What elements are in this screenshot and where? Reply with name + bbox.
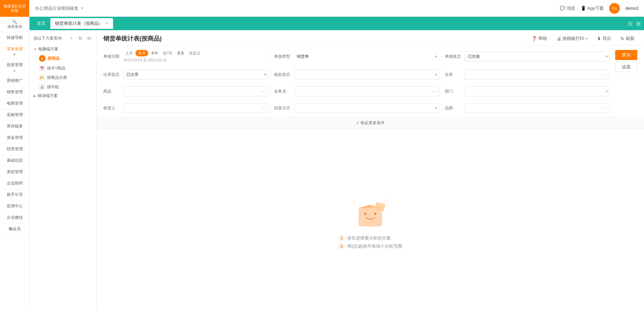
quick-nav-label: 快捷导航	[7, 35, 23, 41]
department-select[interactable]	[465, 86, 610, 96]
query-button[interactable]: 查询	[615, 50, 637, 60]
sidebar-item-procurement[interactable]: 采购管理	[0, 109, 29, 121]
filter-row-3: 商品 ··· 业务员	[103, 86, 610, 96]
divider-8	[442, 103, 442, 113]
search-icon: 🔍	[12, 19, 17, 24]
tab-home[interactable]: 首页	[32, 18, 50, 29]
empty-text-item-1: 1 请先选择要分析的方案	[338, 235, 402, 241]
settlement-label: 结算方式	[274, 105, 294, 111]
refresh-button[interactable]: ↻ 刷新	[618, 34, 637, 43]
marketing-label: 营销推广	[7, 78, 23, 84]
tree-group-mobile: ▶ 移动端方案	[30, 92, 96, 100]
filter-panel-header: 按以下方案查询 ＋ ⚙ ≪	[30, 33, 96, 44]
stock-status-select[interactable]: 已出库	[123, 69, 268, 80]
tree-item-by-month-product[interactable]: 📅 按月+商品	[35, 63, 96, 73]
tree-group-desktop-label[interactable]: ▼ 电脑端方案	[30, 45, 96, 53]
empty-number-2: 2	[338, 243, 344, 249]
warehouse-select[interactable]	[465, 69, 610, 80]
product-input[interactable]	[123, 86, 268, 96]
tree-item-by-product[interactable]: ● 按商品	[35, 53, 96, 63]
tree-item-by-category[interactable]: 📂 按商品分类	[35, 73, 96, 82]
app-logo[interactable]: 畅捷通好生意 标版	[0, 0, 29, 17]
tree-group-mobile-label[interactable]: ▶ 移动端方案	[30, 92, 96, 100]
tree-item-by-driver-icon: 🖨	[39, 84, 45, 90]
payment-status-label: 收款状态	[274, 72, 294, 78]
user-avatar[interactable]: Ea	[609, 3, 620, 14]
collapse-bar[interactable]: ∧ 收起更多条件	[97, 117, 644, 129]
date-tab-this-month[interactable]: 本月	[136, 50, 148, 56]
settings-button[interactable]: 设置	[615, 62, 637, 72]
help-icon: ❓	[531, 36, 537, 41]
filter-panel-collapse-icon[interactable]: ≪	[86, 35, 92, 42]
sidebar-item-app-center[interactable]: 应用中心	[0, 201, 29, 212]
tab-maximize-icon[interactable]: ⊞	[636, 20, 641, 28]
app-logo-text: 畅捷通好生意 标版	[4, 4, 26, 13]
sidebar-item-wechat[interactable]: 企业微信	[0, 212, 29, 223]
date-tab-more[interactable]: 更多	[175, 50, 186, 56]
tab-sales-stats[interactable]: 销货单统计表（按商品） ✕	[50, 18, 113, 29]
tree-item-by-driver[interactable]: 🖨 按司机	[35, 82, 96, 92]
recipient-input[interactable]	[123, 103, 268, 113]
stock-status-control: 已出库 ▾	[123, 69, 268, 80]
warehouse-control: ···	[465, 69, 610, 80]
download-icon: 📱	[581, 6, 586, 11]
date-tab-7days[interactable]: 近7天	[161, 50, 174, 56]
filter-row-1: 单据日期 上月 本月 本年 近7天 更多	[103, 50, 610, 63]
date-tab-last-month[interactable]: 上月	[123, 50, 135, 56]
sidebar-item-ecommerce[interactable]: 电商管理	[0, 98, 29, 109]
empty-hint-1: 请先选择要分析的方案	[347, 235, 391, 241]
sidebar-item-marketing[interactable]: 营销推广	[0, 75, 29, 87]
tab-sales-stats-label: 销货单统计表（按商品）	[55, 20, 103, 27]
sidebar-search[interactable]: 🔍 搜索菜单	[0, 17, 29, 32]
sidebar-item-newbie[interactable]: 新手引导	[0, 189, 29, 201]
retail-label: 零售管理	[7, 46, 23, 52]
template-print-dropdown-icon[interactable]: ▾	[586, 37, 588, 41]
main-area: 销货单统计表(按商品) ❓ 帮助 🖨 按模板打印 ▾ ⬇ 导出	[97, 30, 644, 310]
tree-group-desktop-text: 电脑端方案	[38, 46, 58, 52]
breadcrumb-dropdown-icon[interactable]: ▾	[81, 6, 83, 10]
salesperson-input[interactable]	[294, 86, 439, 96]
stock-status-value: 已出库	[126, 72, 139, 78]
filter-row-4: 收货人 ··· 结算方式	[103, 103, 610, 113]
sidebar-item-operations[interactable]: 经营管理	[0, 144, 29, 155]
brand-input[interactable]	[465, 103, 610, 113]
tab-close-icon[interactable]: ✕	[105, 21, 108, 25]
sidebar-item-retail[interactable]: 零售管理 ▼	[0, 44, 29, 59]
message-button[interactable]: 💬 消息	[560, 5, 575, 11]
tree-item-by-month-product-label: 按月+商品	[47, 65, 65, 71]
sidebar-item-inventory[interactable]: 库存核算	[0, 121, 29, 132]
doc-type-input[interactable]	[294, 51, 439, 61]
date-range-text: 2023-03-01 至 2023-03-31	[123, 58, 268, 63]
payment-status-select[interactable]	[294, 69, 439, 80]
date-tab-this-year[interactable]: 本年	[149, 50, 160, 56]
empty-hint-2: 用[过滤]条件来缩小分析范围	[347, 243, 402, 249]
sidebar-item-wholesale[interactable]: 批发管理 ▲	[0, 59, 29, 75]
recipient-control: ···	[123, 103, 268, 113]
app-download-button[interactable]: 📱 App下载	[581, 5, 604, 11]
filter-field-salesperson: 业务员 ···	[274, 86, 439, 96]
tree-item-by-category-label: 按商品分类	[47, 75, 67, 81]
stock-status-label: 出库状态	[103, 72, 123, 78]
date-tab-custom[interactable]: 自定义	[187, 50, 202, 56]
sidebar-item-member[interactable]: 畅会员	[0, 223, 29, 235]
sidebar-item-finance[interactable]: 资金管理	[0, 132, 29, 144]
export-button[interactable]: ⬇ 导出	[594, 34, 614, 43]
sidebar-item-basic[interactable]: 基础信息	[0, 155, 29, 166]
settlement-select[interactable]	[294, 103, 439, 113]
collapse-label: ∧ 收起更多条件	[356, 120, 384, 125]
tree-group-desktop: ▼ 电脑端方案 ● 按商品 📅 按月+商品 📂	[30, 45, 96, 92]
help-button[interactable]: ❓ 帮助	[529, 34, 550, 43]
tree-item-by-driver-label: 按司机	[47, 84, 59, 90]
divider-3	[271, 69, 271, 80]
sidebar-item-sales[interactable]: 销售管理	[0, 87, 29, 98]
template-print-button[interactable]: 🖨 按模板打印 ▾	[554, 34, 590, 43]
tree-item-by-product-icon: ●	[39, 55, 46, 62]
sidebar-item-system[interactable]: 系统管理	[0, 166, 29, 178]
doc-status-select[interactable]: 已生效	[465, 51, 610, 61]
filter-panel-settings-icon[interactable]: ⚙	[77, 35, 84, 42]
filter-field-brand: 品牌 ···	[445, 103, 610, 113]
tab-minimize-icon[interactable]: ⊟	[627, 20, 633, 28]
sidebar-item-enterprise[interactable]: 企业协同	[0, 178, 29, 189]
filter-panel-add-icon[interactable]: ＋	[68, 35, 75, 42]
sidebar-item-quick-nav[interactable]: 快捷导航	[0, 32, 29, 44]
